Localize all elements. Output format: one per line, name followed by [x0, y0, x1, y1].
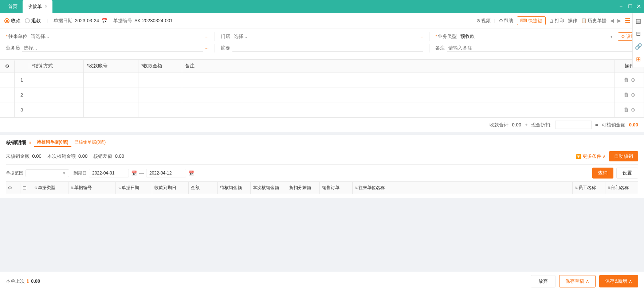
copy-icon-3[interactable]: ⊕: [631, 107, 635, 113]
close-icon[interactable]: ✕: [636, 3, 641, 11]
shortcut-button[interactable]: ⌨ 快捷键: [517, 16, 546, 25]
date-from-input[interactable]: [89, 169, 129, 177]
bth-settings[interactable]: ⚙: [6, 183, 20, 193]
info-icon[interactable]: ℹ: [29, 140, 31, 145]
th-account: *收款账号: [84, 60, 138, 72]
bth-pending: 待核销金额: [218, 182, 251, 194]
td-amount-3[interactable]: [138, 102, 182, 117]
calendar-icon[interactable]: 📅: [101, 18, 107, 24]
td-amount-2[interactable]: [138, 87, 182, 102]
td-remark-3[interactable]: [182, 102, 615, 117]
shop-input[interactable]: [232, 33, 418, 40]
auto-writeoff-button[interactable]: 自动核销: [609, 151, 638, 161]
bill-number-field: 单据编号 SK-20230324-001: [113, 17, 173, 24]
stats-row: 未核销金额 0.00 本次核销金额 0.00 核销差额 0.00 🔽 更多条件 …: [6, 150, 638, 164]
copy-icon-1[interactable]: ⊕: [631, 77, 635, 83]
discount-input[interactable]: [555, 121, 592, 129]
th-settings[interactable]: ⚙: [0, 60, 15, 72]
td-idx-3: 3: [15, 102, 29, 117]
layout1-icon[interactable]: ☰: [625, 17, 631, 25]
note-input[interactable]: [447, 44, 638, 52]
section-title: 核销明细 ℹ 待核销单据(0笔) 已核销单据(0笔): [6, 138, 638, 147]
th-amount: *收款金额: [138, 60, 182, 72]
right-panel-icon-3[interactable]: 🔗: [635, 43, 642, 50]
more-filter-btn[interactable]: 🔽 更多条件 ∧: [576, 153, 606, 160]
biztype-arrow[interactable]: ▼: [610, 35, 613, 39]
nav-prev-icon[interactable]: ◀: [610, 18, 614, 23]
save-new-button[interactable]: 保存&新增 ∧: [599, 275, 638, 287]
right-panel-icon-1[interactable]: ▤: [636, 17, 641, 24]
delete-icon-2[interactable]: 🗑: [624, 92, 629, 98]
td-settings-1: [0, 72, 15, 87]
history-link[interactable]: 📋 历史单据: [581, 17, 606, 24]
tab-receipt[interactable]: 收款单 ×: [23, 0, 52, 13]
copy-icon-2[interactable]: ⊕: [631, 92, 635, 98]
partner-input[interactable]: [30, 33, 203, 40]
right-panel-icon-4[interactable]: ⊞: [636, 56, 641, 63]
draft-arrow-icon: ∧: [586, 278, 589, 284]
td-account-2[interactable]: [84, 87, 138, 102]
radio-receipt[interactable]: 收款: [4, 17, 20, 24]
date-to-input[interactable]: [146, 169, 186, 177]
print-link[interactable]: 🖨 打印: [549, 17, 564, 24]
sales-more-icon[interactable]: ···: [205, 46, 209, 51]
sales-input[interactable]: [22, 44, 203, 52]
td-amount-1[interactable]: [138, 72, 182, 87]
td-settings-3: [0, 102, 15, 117]
delete-icon-1[interactable]: 🗑: [624, 77, 629, 83]
table-row: 1 🗑 ⊕: [0, 72, 644, 87]
bth-dept[interactable]: 部门名称: [605, 182, 638, 194]
bth-employee[interactable]: 员工名称: [573, 182, 605, 194]
biztype-field: 业务类型 预收款 ▼ ⚙ 设置: [435, 32, 638, 41]
td-settle-1[interactable]: [29, 72, 84, 87]
td-idx-1: 1: [15, 72, 29, 87]
receipt-table: ⚙ *结算方式 *收款账号 *收款金额 备注 操作 1 🗑 ⊕: [0, 59, 644, 117]
bth-partner[interactable]: 往来单位名称: [353, 182, 573, 194]
td-settle-3[interactable]: [29, 102, 84, 117]
bth-type[interactable]: 单据类型: [32, 182, 68, 194]
tab-close-icon[interactable]: ×: [45, 4, 47, 9]
restore-icon[interactable]: □: [628, 3, 632, 11]
td-settle-2[interactable]: [29, 87, 84, 102]
td-settings-2: [0, 87, 15, 102]
footer-info-icon[interactable]: ℹ: [27, 278, 29, 284]
query-button[interactable]: 查询: [592, 168, 613, 179]
shop-more-icon[interactable]: ···: [420, 34, 424, 39]
td-action-1: 🗑 ⊕: [615, 72, 644, 87]
form-divider-1: [215, 32, 215, 41]
cal-to-icon[interactable]: 📅: [188, 171, 194, 176]
right-panel-icon-2[interactable]: ⊟: [636, 30, 641, 37]
radio-refund[interactable]: 退款: [25, 17, 41, 24]
minimize-icon[interactable]: －: [618, 3, 624, 11]
td-account-3[interactable]: [84, 102, 138, 117]
cal-from-icon[interactable]: 📅: [131, 171, 137, 176]
nav-next-icon[interactable]: ▶: [617, 18, 621, 23]
help-link[interactable]: ⊙ 帮助: [499, 17, 513, 24]
tab-home[interactable]: 首页: [3, 0, 23, 13]
th-remark: 备注: [182, 60, 615, 72]
abandon-button[interactable]: 放弃: [531, 275, 555, 287]
td-account-1[interactable]: [84, 72, 138, 87]
range-select[interactable]: ▼: [25, 169, 69, 177]
bth-number[interactable]: 单据编号: [68, 182, 116, 194]
form-divider-2: [429, 32, 429, 41]
table-row: 3 🗑 ⊕: [0, 102, 644, 117]
video-link[interactable]: ⊙ 视频: [476, 17, 491, 24]
operate-link[interactable]: 操作: [568, 17, 577, 24]
table-header: ⚙ *结算方式 *收款账号 *收款金额 备注 操作: [0, 59, 644, 72]
delete-icon-3[interactable]: 🗑: [624, 107, 629, 113]
partner-more-icon[interactable]: ···: [205, 34, 209, 39]
save-draft-button[interactable]: 保存草稿 ∧: [559, 275, 596, 287]
bth-checkbox[interactable]: ☐: [20, 183, 32, 193]
range-arrow-icon: ▼: [62, 171, 66, 175]
summary-input[interactable]: [232, 44, 424, 52]
td-remark-2[interactable]: [182, 87, 615, 102]
settings-button-2[interactable]: 设置: [616, 168, 638, 179]
tab-pending[interactable]: 待核销单据(0笔): [34, 138, 71, 147]
tab-done[interactable]: 已核销单据(0笔): [71, 138, 109, 147]
bth-date[interactable]: 单据日期: [116, 182, 152, 194]
bth-current: 本次核销金额: [251, 182, 287, 194]
radio-circle-refund: [25, 18, 30, 23]
date-field: 单据日期 2023-03-24 📅: [54, 17, 107, 24]
td-remark-1[interactable]: [182, 72, 615, 87]
